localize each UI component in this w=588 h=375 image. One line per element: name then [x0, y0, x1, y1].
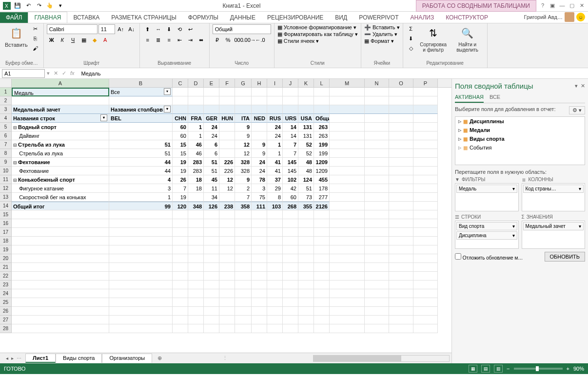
- cell[interactable]: [188, 298, 204, 307]
- cell[interactable]: [413, 254, 438, 263]
- cell[interactable]: [314, 263, 330, 272]
- view-page-layout-icon[interactable]: ▤: [481, 365, 490, 373]
- cell[interactable]: [283, 228, 298, 237]
- filter-dropdown-icon[interactable]: ▾: [100, 114, 107, 121]
- orientation-icon[interactable]: ⟲: [175, 24, 185, 34]
- cell[interactable]: [413, 237, 438, 245]
- cell[interactable]: [413, 175, 438, 184]
- name-box[interactable]: [2, 69, 45, 78]
- cell[interactable]: [413, 316, 438, 324]
- cell[interactable]: [413, 131, 438, 140]
- add-sheet-icon[interactable]: ⊕: [155, 355, 164, 361]
- cell[interactable]: [173, 219, 188, 228]
- cell[interactable]: 11: [204, 184, 219, 193]
- cell[interactable]: [283, 307, 298, 316]
- cell[interactable]: [252, 324, 267, 333]
- font-name-select[interactable]: [47, 24, 98, 34]
- cell[interactable]: USA: [298, 114, 314, 123]
- cell[interactable]: [365, 210, 389, 219]
- cell[interactable]: [365, 316, 389, 324]
- cell[interactable]: [204, 263, 219, 272]
- cell[interactable]: [252, 105, 267, 114]
- cell[interactable]: 24: [267, 123, 283, 131]
- cell[interactable]: [330, 289, 365, 298]
- cell[interactable]: 37: [267, 175, 283, 184]
- view-normal-icon[interactable]: ▦: [469, 365, 477, 373]
- row-header-21[interactable]: 21: [0, 263, 12, 272]
- cell[interactable]: 48: [298, 158, 314, 167]
- cell[interactable]: [12, 324, 109, 333]
- cell[interactable]: [267, 307, 283, 316]
- cell[interactable]: [252, 254, 267, 263]
- cell[interactable]: [314, 281, 330, 289]
- cell[interactable]: 75: [252, 193, 267, 202]
- cell[interactable]: 19: [173, 158, 188, 167]
- cell[interactable]: [204, 281, 219, 289]
- cell[interactable]: 1209: [314, 167, 330, 175]
- cell[interactable]: NED: [252, 114, 267, 123]
- cell[interactable]: 131: [298, 123, 314, 131]
- cell[interactable]: [314, 245, 330, 254]
- cell[interactable]: [219, 123, 235, 131]
- cell[interactable]: [12, 254, 109, 263]
- cell[interactable]: 60: [173, 131, 188, 140]
- underline-button[interactable]: Ч: [68, 35, 78, 45]
- cell[interactable]: [252, 96, 267, 105]
- cell[interactable]: [219, 263, 235, 272]
- row-header-20[interactable]: 20: [0, 254, 12, 263]
- cell[interactable]: 178: [314, 184, 330, 193]
- cell[interactable]: 19: [173, 167, 188, 175]
- cell[interactable]: [365, 289, 389, 298]
- cell[interactable]: [298, 105, 314, 114]
- cell[interactable]: [109, 316, 173, 324]
- cell[interactable]: 9: [252, 140, 267, 149]
- sheet-nav-more-icon[interactable]: ⋯: [17, 356, 21, 361]
- delete-cells-button[interactable]: ➖ Удалить ▾: [364, 31, 400, 38]
- cell[interactable]: 328: [235, 167, 252, 175]
- cell[interactable]: [314, 228, 330, 237]
- cell[interactable]: [173, 237, 188, 245]
- italic-button[interactable]: К: [58, 35, 67, 45]
- cell[interactable]: 12: [235, 140, 252, 149]
- cell[interactable]: [389, 324, 413, 333]
- cell[interactable]: [188, 96, 204, 105]
- cell[interactable]: [298, 281, 314, 289]
- cell[interactable]: [330, 237, 365, 245]
- tab-review[interactable]: РЕЦЕНЗИРОВАНИЕ: [261, 12, 329, 23]
- cell[interactable]: [109, 307, 173, 316]
- cell[interactable]: [188, 219, 204, 228]
- cell[interactable]: [365, 114, 389, 123]
- cell[interactable]: [188, 245, 204, 254]
- cell[interactable]: [12, 316, 109, 324]
- cell[interactable]: Дайвинг: [12, 131, 109, 140]
- horizontal-scrollbar[interactable]: [313, 355, 450, 362]
- cell[interactable]: [283, 263, 298, 272]
- row-header-11[interactable]: 11: [0, 175, 12, 184]
- cell[interactable]: [188, 324, 204, 333]
- wrap-text-icon[interactable]: ↩: [186, 24, 196, 34]
- cell[interactable]: 12: [219, 184, 235, 193]
- cell[interactable]: 18: [188, 184, 204, 193]
- decrease-font-icon[interactable]: A↓: [127, 24, 137, 34]
- cell[interactable]: [109, 324, 173, 333]
- select-all-corner[interactable]: [0, 79, 12, 87]
- row-header-26[interactable]: 26: [0, 307, 12, 316]
- cell[interactable]: [267, 272, 283, 281]
- cell[interactable]: [389, 263, 413, 272]
- cell[interactable]: 51: [109, 140, 173, 149]
- cell[interactable]: 44: [109, 158, 173, 167]
- ribbon-options-icon[interactable]: ▣: [548, 2, 557, 9]
- row-header-9[interactable]: 9: [0, 158, 12, 167]
- align-right-icon[interactable]: ≡: [164, 35, 174, 45]
- align-middle-icon[interactable]: ↔: [154, 24, 163, 34]
- tab-design[interactable]: КОНСТРУКТОР: [440, 12, 494, 23]
- sheet-nav-first-icon[interactable]: ◂: [6, 356, 8, 361]
- pane-close-icon[interactable]: ✕: [581, 83, 585, 89]
- cell[interactable]: 19: [173, 193, 188, 202]
- cell[interactable]: [109, 272, 173, 281]
- cell[interactable]: [109, 96, 173, 105]
- cell[interactable]: 226: [219, 158, 235, 167]
- cell[interactable]: [267, 254, 283, 263]
- cell[interactable]: [365, 88, 389, 96]
- cell[interactable]: [188, 105, 204, 114]
